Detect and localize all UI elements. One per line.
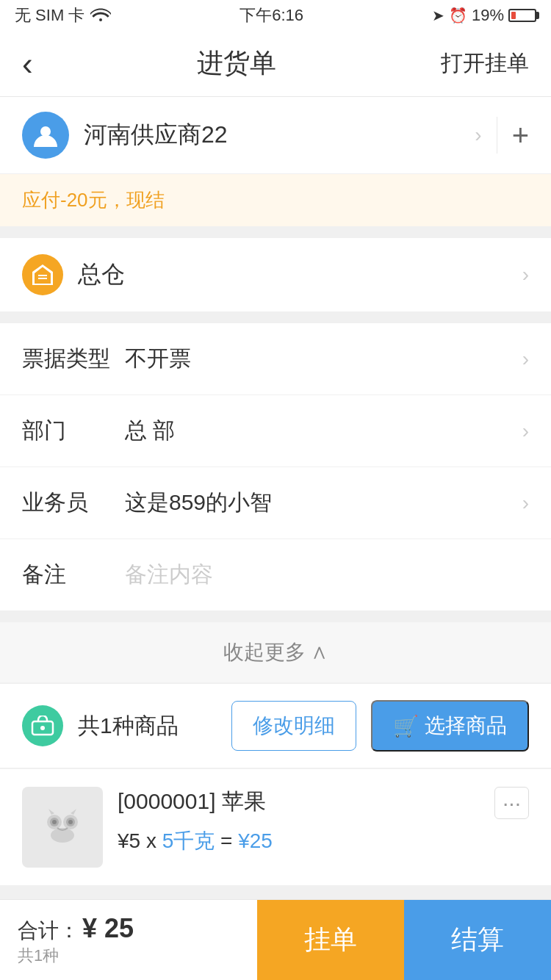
battery-percent: 19%: [472, 6, 504, 25]
product-total: ¥25: [238, 829, 273, 852]
svg-point-2: [40, 726, 45, 730]
warehouse-name: 总仓: [78, 259, 522, 291]
svg-point-7: [52, 820, 57, 824]
hang-button[interactable]: 挂单: [257, 900, 404, 980]
supplier-divider: [497, 117, 497, 154]
status-time: 下午6:16: [240, 4, 303, 26]
product-thumbnail: [22, 787, 103, 868]
total-label: 合计：: [18, 917, 79, 945]
sales-person-label: 业务员: [22, 488, 125, 518]
wifi-icon: [90, 5, 111, 26]
sales-person-row[interactable]: 业务员 这是859的小智 ›: [0, 467, 551, 539]
status-bar: 无 SIM 卡 下午6:16 ➤ ⏰ 19%: [0, 0, 551, 31]
battery-icon: [508, 9, 536, 22]
supplier-chevron-icon: ›: [475, 123, 481, 147]
department-chevron-icon: ›: [522, 419, 529, 443]
location-icon: ➤: [432, 7, 444, 24]
department-value: 总 部: [125, 416, 522, 446]
alarm-icon: ⏰: [449, 7, 467, 24]
product-name: [0000001] 苹果: [118, 787, 480, 817]
edit-detail-button[interactable]: 修改明细: [231, 701, 356, 751]
invoice-chevron-icon: ›: [522, 347, 529, 371]
supplier-row[interactable]: 河南供应商22 › +: [0, 97, 551, 174]
collapse-bar[interactable]: 收起更多 ∧: [0, 622, 551, 682]
product-icon: [22, 705, 63, 746]
product-header: 共1种商品 修改明细 🛒 选择商品: [0, 684, 551, 768]
status-right: ➤ ⏰ 19%: [432, 6, 536, 25]
product-more-button[interactable]: ···: [494, 787, 529, 819]
fields-section: 票据类型 不开票 › 部门 总 部 › 业务员 这是859的小智 › 备注 备注…: [0, 323, 551, 610]
supplier-name: 河南供应商22: [84, 119, 475, 151]
carrier-text: 无 SIM 卡: [15, 4, 84, 26]
product-qty: 5千克: [162, 829, 215, 852]
add-supplier-button[interactable]: +: [512, 119, 529, 152]
product-info: [0000001] 苹果 ¥5 x 5千克 = ¥25: [118, 787, 480, 855]
product-count: 共1种商品: [78, 711, 217, 741]
sales-person-chevron-icon: ›: [522, 491, 529, 515]
total-amount: ¥ 25: [82, 913, 134, 944]
remark-row[interactable]: 备注 备注内容: [0, 539, 551, 610]
total-section: 合计： ¥ 25 共1种: [0, 900, 257, 980]
warehouse-section: 总仓 ›: [0, 238, 551, 311]
svg-point-0: [40, 126, 51, 137]
supplier-notice: 应付-20元，现结: [0, 174, 551, 226]
total-count: 共1种: [18, 945, 240, 967]
checkout-button[interactable]: 结算: [404, 900, 551, 980]
warehouse-chevron-icon: ›: [522, 263, 529, 287]
invoice-type-row[interactable]: 票据类型 不开票 ›: [0, 323, 551, 395]
product-id: [0000001]: [118, 789, 215, 813]
supplier-section: 河南供应商22 › + 应付-20元，现结: [0, 97, 551, 226]
remark-label: 备注: [22, 560, 125, 590]
warehouse-row[interactable]: 总仓 ›: [0, 238, 551, 311]
product-price: ¥5 x 5千克 = ¥25: [118, 827, 480, 855]
nav-bar: ‹ 进货单 打开挂单: [0, 31, 551, 97]
invoice-type-value: 不开票: [125, 344, 522, 374]
remark-placeholder: 备注内容: [125, 560, 529, 590]
invoice-type-label: 票据类型: [22, 344, 125, 374]
product-item: [0000001] 苹果 ¥5 x 5千克 = ¥25 ···: [0, 769, 551, 885]
cart-icon: 🛒: [393, 714, 419, 738]
sales-person-value: 这是859的小智: [125, 488, 522, 518]
supplier-avatar: [22, 112, 69, 159]
status-left: 无 SIM 卡: [15, 4, 111, 26]
bottom-bar: 合计： ¥ 25 共1种 挂单 结算: [0, 899, 551, 980]
warehouse-icon: [22, 254, 63, 295]
select-product-label: 选择商品: [425, 712, 507, 740]
department-row[interactable]: 部门 总 部 ›: [0, 395, 551, 467]
department-label: 部门: [22, 416, 125, 446]
price-separator: x: [146, 829, 162, 852]
product-title-text: 苹果: [222, 789, 266, 813]
unit-price: ¥5: [118, 829, 140, 852]
svg-point-8: [68, 820, 73, 824]
content-area: 河南供应商22 › + 应付-20元，现结 总仓 › 票据类型 不开票 › 部门…: [0, 97, 551, 885]
select-product-button[interactable]: 🛒 选择商品: [371, 700, 529, 752]
page-title: 进货单: [197, 46, 276, 82]
equals-sign: =: [220, 829, 238, 852]
back-button[interactable]: ‹: [22, 46, 33, 82]
open-hang-button[interactable]: 打开挂单: [441, 48, 529, 79]
